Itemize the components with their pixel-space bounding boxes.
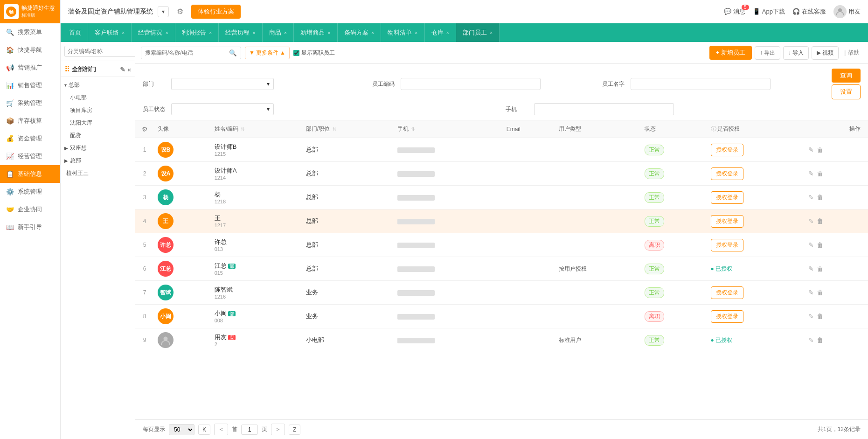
sidebar-item-operation[interactable]: 📈 经营管理: [0, 147, 60, 165]
close-barcode-icon[interactable]: ×: [371, 30, 374, 35]
delete-icon[interactable]: 🗑: [817, 265, 823, 272]
edit-icon[interactable]: ✎: [808, 336, 814, 344]
prev-page-btn[interactable]: ＜: [214, 424, 228, 435]
tree-item-xiaodian[interactable]: 小电部: [61, 91, 135, 104]
query-btn[interactable]: 查询: [832, 69, 861, 83]
tab-employees[interactable]: 部门员工×: [456, 23, 500, 42]
tab-operation[interactable]: 经营情况×: [132, 23, 175, 42]
tab-warehouse[interactable]: 仓库×: [425, 23, 456, 42]
close-goods-icon[interactable]: ×: [284, 30, 287, 35]
first-page-btn[interactable]: K: [198, 425, 210, 435]
adv-dept-select[interactable]: ▾: [171, 78, 274, 90]
delete-icon[interactable]: 🗑: [817, 289, 823, 296]
delete-icon[interactable]: 🗑: [817, 241, 823, 249]
tab-profit[interactable]: 利润报告×: [175, 23, 219, 42]
last-page-btn[interactable]: Z: [289, 425, 300, 435]
edit-icon[interactable]: ✎: [808, 170, 814, 177]
tab-addgoods[interactable]: 新增商品×: [294, 23, 337, 42]
tree-item-project[interactable]: 项目库房: [61, 104, 135, 117]
edit-icon[interactable]: ✎: [808, 313, 814, 320]
tree-search-input[interactable]: [64, 46, 141, 57]
sidebar-item-system[interactable]: ⚙️ 系统管理: [0, 183, 60, 201]
tree-group-header-hq[interactable]: ▾ 总部: [61, 79, 135, 91]
set-btn[interactable]: 设置: [832, 84, 861, 99]
sidebar-item-quicknav[interactable]: 🏠 快捷导航: [0, 41, 60, 59]
edit-icon[interactable]: ✎: [808, 217, 814, 225]
close-profit-icon[interactable]: ×: [209, 30, 212, 35]
more-conditions-btn[interactable]: ▼ 更多条件 ▲: [245, 47, 290, 59]
sidebar-item-inventory[interactable]: 📦 库存核算: [0, 112, 60, 130]
next-page-btn[interactable]: ＞: [271, 424, 285, 435]
show-resigned-label[interactable]: 显示离职员工: [293, 49, 335, 57]
adv-empcode-input[interactable]: [401, 78, 541, 90]
online-service-btn[interactable]: 🎧 在线客服: [792, 7, 826, 16]
sidebar-item-finance[interactable]: 💰 资金管理: [0, 130, 60, 147]
adv-status-select[interactable]: ▾: [171, 103, 274, 115]
experience-btn[interactable]: 体验行业方案: [191, 5, 241, 19]
delete-icon[interactable]: 🗑: [817, 217, 823, 225]
close-operation-icon[interactable]: ×: [165, 30, 168, 35]
tree-group-header-sz[interactable]: ▶ 双座想: [61, 142, 135, 154]
tab-customer[interactable]: 客户联络×: [88, 23, 132, 42]
edit-icon[interactable]: ✎: [808, 194, 814, 201]
edit-icon[interactable]: ✎: [808, 289, 814, 296]
filter-search-button[interactable]: 🔍: [225, 47, 241, 59]
import-btn[interactable]: ↓ 导入: [783, 46, 809, 60]
adv-empname-input[interactable]: [631, 78, 771, 90]
auth-login-btn[interactable]: 授权登录: [711, 310, 743, 323]
tab-home[interactable]: 首页: [64, 23, 88, 42]
system-dropdown[interactable]: ▾: [158, 6, 169, 17]
col-setting[interactable]: ⚙: [135, 120, 154, 138]
view-btn[interactable]: ▶ 视频: [812, 46, 839, 60]
edit-icon[interactable]: ✎: [808, 241, 814, 249]
tree-item-shenyang[interactable]: 沈阳大库: [61, 117, 135, 129]
sidebar-item-guide[interactable]: 📖 新手引导: [0, 218, 60, 236]
page-number-input[interactable]: [241, 425, 258, 435]
close-warehouse-icon[interactable]: ×: [446, 30, 449, 35]
sidebar-item-marketing[interactable]: 📢 营销推广: [0, 59, 60, 77]
tree-collapse-icon[interactable]: «: [127, 66, 131, 73]
auth-login-btn[interactable]: 授权登录: [711, 191, 743, 204]
user-menu[interactable]: 用友: [833, 5, 861, 18]
auth-login-btn[interactable]: 授权登录: [711, 239, 743, 251]
export-btn[interactable]: ↑ 导出: [755, 46, 780, 60]
close-addgoods-icon[interactable]: ×: [327, 30, 330, 35]
col-name[interactable]: 姓名/编码 ⇅: [211, 120, 302, 138]
message-btn[interactable]: 💬 消息 5: [724, 7, 745, 16]
sidebar-item-purchase[interactable]: 🛒 采购管理: [0, 94, 60, 112]
close-customer-icon[interactable]: ×: [122, 30, 125, 35]
sidebar-item-collab[interactable]: 🤝 企业协同: [0, 201, 60, 218]
tree-edit-icon[interactable]: ✎: [120, 66, 125, 73]
tree-group-header-zs[interactable]: 植树王三: [61, 167, 135, 180]
tab-goods[interactable]: 商品×: [263, 23, 294, 42]
add-employee-btn[interactable]: + 新增员工: [709, 46, 752, 60]
auth-login-btn[interactable]: 授权登录: [711, 167, 743, 180]
help-btn[interactable]: | 帮助: [841, 47, 862, 59]
col-phone[interactable]: 手机 ⇅: [394, 120, 503, 138]
delete-icon[interactable]: 🗑: [817, 170, 823, 177]
auth-login-btn[interactable]: 授权登录: [711, 215, 743, 228]
sidebar-item-sales[interactable]: 📊 销售管理: [0, 77, 60, 94]
delete-icon[interactable]: 🗑: [817, 336, 823, 344]
auth-login-btn[interactable]: 授权登录: [711, 144, 743, 156]
delete-icon[interactable]: 🗑: [817, 194, 823, 201]
show-resigned-checkbox[interactable]: [293, 50, 299, 56]
auth-login-btn[interactable]: 授权登录: [711, 286, 743, 299]
delete-icon[interactable]: 🗑: [817, 146, 823, 153]
tab-history[interactable]: 经营历程×: [219, 23, 262, 42]
edit-icon[interactable]: ✎: [808, 265, 814, 272]
filter-search-input[interactable]: [141, 47, 225, 58]
tree-item-peihuo[interactable]: 配货: [61, 129, 135, 142]
col-gear-icon[interactable]: ⚙: [142, 125, 148, 133]
tree-group-header-zb[interactable]: ▶ 总部: [61, 154, 135, 167]
close-employees-icon[interactable]: ×: [490, 30, 493, 35]
delete-icon[interactable]: 🗑: [817, 313, 823, 320]
adv-phone-input[interactable]: [534, 103, 674, 115]
tab-bom[interactable]: 物料清单×: [381, 23, 424, 42]
close-history-icon[interactable]: ×: [252, 30, 255, 35]
settings-icon[interactable]: ⚙: [174, 5, 187, 18]
per-page-select[interactable]: 50 100 200: [169, 424, 194, 435]
col-dept[interactable]: 部门/职位 ⇅: [302, 120, 394, 138]
tab-barcode[interactable]: 条码方案×: [338, 23, 381, 42]
app-download-btn[interactable]: 📱 App下载: [753, 7, 785, 16]
